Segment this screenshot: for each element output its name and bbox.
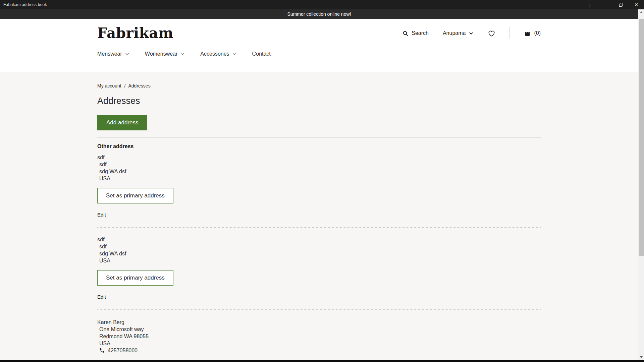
dotted-divider bbox=[97, 309, 541, 310]
window-menu-button[interactable]: ⋮ bbox=[582, 0, 598, 9]
search-icon bbox=[402, 30, 409, 37]
phone-row: 4257058000 bbox=[97, 347, 541, 354]
window-controls: ⋮ ─ ✕ bbox=[582, 0, 644, 9]
address-line: Karen Berg bbox=[97, 319, 541, 326]
address-line: USA bbox=[97, 257, 541, 264]
close-button[interactable]: ✕ bbox=[629, 0, 644, 9]
set-primary-address-button[interactable]: Set as primary address bbox=[97, 188, 173, 203]
address-line: One Microsoft way bbox=[97, 326, 541, 333]
scroll-up-arrow[interactable] bbox=[638, 9, 644, 15]
nav-item-menswear[interactable]: Menswear bbox=[97, 51, 129, 57]
breadcrumb-my-account-link[interactable]: My account bbox=[97, 83, 121, 88]
account-name: Anupama bbox=[443, 30, 466, 36]
chevron-down-icon bbox=[125, 52, 129, 56]
promo-banner: Summer collection online now! bbox=[0, 9, 644, 19]
other-address-heading: Other address bbox=[97, 143, 541, 149]
page-title: Addresses bbox=[97, 96, 541, 106]
nav-label: Contact bbox=[252, 51, 271, 57]
dotted-divider bbox=[97, 227, 541, 228]
nav-label: Accessories bbox=[200, 51, 229, 57]
address-entry: Karen Berg One Microsoft way Redmond WA … bbox=[97, 319, 541, 354]
breadcrumb: My account / Addresses bbox=[97, 83, 541, 88]
header-divider bbox=[509, 27, 510, 39]
edit-address-link[interactable]: Edit bbox=[97, 212, 106, 218]
address-line: sdf bbox=[97, 154, 541, 161]
window-bottom-frame bbox=[0, 360, 644, 362]
address-entry: sdf sdf sdg WA dsf USA Set as primary ad… bbox=[97, 236, 541, 300]
restore-icon bbox=[619, 3, 623, 7]
scrollbar[interactable] bbox=[638, 9, 644, 360]
cart-button[interactable]: (0) bbox=[524, 30, 541, 37]
page-content: My account / Addresses Addresses Add add… bbox=[0, 72, 644, 360]
promo-banner-text: Summer collection online now! bbox=[287, 11, 351, 17]
chevron-down-icon bbox=[232, 52, 237, 56]
scrollbar-thumb[interactable] bbox=[639, 19, 644, 256]
kebab-menu-icon: ⋮ bbox=[588, 2, 593, 8]
address-line: sdg WA dsf bbox=[97, 250, 541, 257]
chevron-down-icon bbox=[469, 31, 474, 36]
site-logo[interactable]: Fabrikam bbox=[97, 24, 173, 42]
main-nav: Menswear Womenswear Accessories Contact bbox=[97, 51, 541, 57]
minimize-button[interactable]: ─ bbox=[598, 0, 613, 9]
address-block: sdf sdf sdg WA dsf USA bbox=[97, 236, 541, 264]
address-entry: sdf sdf sdg WA dsf USA Set as primary ad… bbox=[97, 154, 541, 218]
window-title: Fabrikam address book bbox=[0, 2, 47, 7]
address-block: Karen Berg One Microsoft way Redmond WA … bbox=[97, 319, 541, 354]
address-line: sdf bbox=[97, 243, 541, 250]
window-titlebar: Fabrikam address book ⋮ ─ ✕ bbox=[0, 0, 644, 9]
restore-button[interactable] bbox=[613, 0, 629, 9]
nav-label: Menswear bbox=[97, 51, 122, 57]
nav-label: Womenswear bbox=[145, 51, 178, 57]
site-header: Fabrikam Search Anupama bbox=[0, 19, 644, 72]
account-menu[interactable]: Anupama bbox=[443, 30, 474, 36]
phone-icon bbox=[99, 348, 105, 353]
add-address-button[interactable]: Add address bbox=[97, 115, 147, 130]
cart-count: (0) bbox=[534, 30, 541, 36]
address-line: Redmond WA 98055 bbox=[97, 333, 541, 340]
search-button[interactable]: Search bbox=[402, 30, 429, 37]
close-icon: ✕ bbox=[634, 2, 638, 7]
address-line: USA bbox=[97, 340, 541, 347]
chevron-down-icon bbox=[180, 52, 185, 56]
nav-item-contact[interactable]: Contact bbox=[252, 51, 271, 57]
heart-icon bbox=[488, 29, 495, 37]
address-line: sdg WA dsf bbox=[97, 168, 541, 175]
nav-item-womenswear[interactable]: Womenswear bbox=[145, 51, 185, 57]
scroll-down-arrow[interactable] bbox=[638, 354, 644, 360]
edit-address-link[interactable]: Edit bbox=[97, 294, 106, 300]
nav-item-accessories[interactable]: Accessories bbox=[200, 51, 236, 57]
header-utilities: Search Anupama bbox=[402, 27, 541, 39]
minimize-icon: ─ bbox=[604, 2, 607, 7]
breadcrumb-separator: / bbox=[124, 83, 125, 88]
set-primary-address-button[interactable]: Set as primary address bbox=[97, 270, 173, 286]
address-line: sdf bbox=[97, 161, 541, 168]
phone-number: 4257058000 bbox=[108, 347, 138, 354]
divider bbox=[97, 137, 541, 138]
address-block: sdf sdf sdg WA dsf USA bbox=[97, 154, 541, 182]
shopping-bag-icon bbox=[524, 30, 531, 37]
breadcrumb-current: Addresses bbox=[128, 83, 151, 88]
address-line: USA bbox=[97, 175, 541, 182]
address-line: sdf bbox=[97, 236, 541, 243]
search-label: Search bbox=[412, 30, 429, 36]
wishlist-button[interactable] bbox=[488, 29, 495, 37]
